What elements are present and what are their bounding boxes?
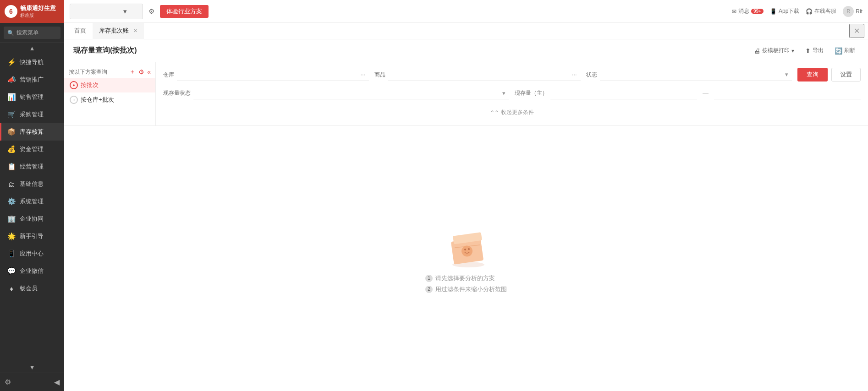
- filter-panel: 按以下方案查询 ＋ ⚙ « ● 按批次 ○ 按仓库+批次: [64, 62, 868, 126]
- sidebar-item-inventory[interactable]: 📦 库存核算: [0, 123, 64, 141]
- inventory-status-label: 现存量状态: [163, 89, 191, 97]
- user-avatar-button[interactable]: R Rit: [843, 6, 863, 17]
- app-download-button[interactable]: 📱 App下载: [770, 7, 799, 15]
- query-button[interactable]: 查询: [797, 68, 828, 81]
- quantity-from-wrapper: [550, 87, 697, 99]
- apps-icon: 📱: [7, 250, 16, 258]
- scheme-active-icon: ●: [70, 81, 78, 89]
- operations-icon: 📋: [7, 163, 16, 171]
- product-more-button[interactable]: ···: [570, 71, 579, 78]
- quantity-from-input[interactable]: [552, 88, 695, 98]
- scheme-item-warehouse-batch[interactable]: ○ 按仓库+批次: [64, 92, 155, 107]
- settings-icon-button[interactable]: ⚙: [147, 5, 156, 17]
- sidebar-item-newbie[interactable]: 🌟 新手引导: [0, 228, 64, 245]
- tab-home[interactable]: 首页: [68, 23, 93, 39]
- quantity-field: 现存量（主） —: [515, 87, 861, 99]
- scroll-down-button[interactable]: ▼: [0, 362, 64, 373]
- sidebar-item-enterprise[interactable]: 🏢 企业协同: [0, 210, 64, 228]
- product-input[interactable]: [390, 70, 570, 80]
- sales-icon: 📊: [7, 93, 16, 101]
- tab-inventory-batch[interactable]: 库存批次账 ✕: [93, 23, 144, 39]
- settings-button[interactable]: ⚙: [5, 378, 11, 386]
- inventory-status-field: 现存量状态 ▾: [163, 87, 509, 99]
- sidebar-item-wechat[interactable]: 💬 企业微信: [0, 262, 64, 280]
- online-service-label: 在线客服: [814, 7, 836, 15]
- sidebar-item-label: 畅会员: [20, 284, 38, 293]
- phone-icon: 📱: [770, 8, 777, 15]
- sidebar-item-marketing[interactable]: 📣 营销推广: [0, 71, 64, 88]
- status-dropdown-button[interactable]: ▾: [783, 71, 790, 78]
- collapse-more-label: 收起更多条件: [501, 109, 534, 116]
- filter-area: 仓库 ··· 商品 ···: [156, 62, 868, 125]
- scheme-item-batch[interactable]: ● 按批次: [64, 78, 155, 92]
- empty-icon: [443, 221, 489, 267]
- warehouse-input-wrapper: ···: [177, 69, 369, 81]
- warehouse-input[interactable]: [179, 70, 358, 80]
- filter-settings-button[interactable]: 设置: [831, 68, 861, 81]
- sidebar-item-label: 企业微信: [20, 267, 44, 275]
- sidebar-item-label: 资金管理: [20, 145, 44, 153]
- sidebar-item-basic[interactable]: 🗂 基础信息: [0, 175, 64, 193]
- inventory-status-input[interactable]: [195, 88, 500, 98]
- sidebar-item-quick[interactable]: ⚡ 快捷导航: [0, 54, 64, 71]
- export-button[interactable]: ⬆ 导出: [802, 45, 827, 56]
- message-label: 消息: [738, 7, 749, 15]
- collapse-scheme-button[interactable]: «: [147, 68, 151, 76]
- warehouse-more-button[interactable]: ···: [358, 71, 367, 78]
- sidebar-item-sales[interactable]: 📊 销售管理: [0, 88, 64, 106]
- topbar: ▾ ⚙ 体验行业方案 ✉ 消息 99+ 📱 App下载 🎧 在线客服 R Rit: [64, 0, 868, 23]
- topbar-search-dropdown-button[interactable]: ▾: [121, 5, 129, 17]
- sidebar-item-label: 基础信息: [20, 180, 44, 188]
- message-badge: 99+: [751, 9, 764, 14]
- status-input[interactable]: [602, 70, 783, 80]
- topbar-search-input[interactable]: [74, 8, 120, 15]
- sidebar-item-operations[interactable]: 📋 经营管理: [0, 158, 64, 175]
- version-label: 标准版: [20, 12, 56, 18]
- export-icon: ⬆: [805, 47, 811, 54]
- online-service-button[interactable]: 🎧 在线客服: [806, 7, 836, 15]
- close-tab-icon[interactable]: ✕: [133, 28, 137, 33]
- scroll-up-button[interactable]: ▲: [0, 43, 64, 54]
- quantity-to-input[interactable]: [716, 88, 859, 98]
- scheme-warehouse-batch-label: 按仓库+批次: [81, 96, 114, 104]
- close-panel-button[interactable]: ✕: [849, 24, 864, 38]
- print-button[interactable]: 🖨 按模板打印 ▾: [750, 45, 798, 56]
- company-name: 畅康通好生意: [20, 5, 56, 12]
- basic-icon: 🗂: [7, 180, 16, 188]
- quantity-to-wrapper: [714, 87, 861, 99]
- refresh-button[interactable]: 🔄 刷新: [831, 45, 859, 56]
- sidebar-item-apps[interactable]: 📱 应用中心: [0, 245, 64, 262]
- chevron-up-icon: ⌃⌃: [490, 109, 499, 116]
- sidebar-item-vip[interactable]: ♦ 畅会员: [0, 280, 64, 297]
- collapse-sidebar-button[interactable]: ◀: [54, 378, 60, 386]
- sidebar-item-finance[interactable]: 💰 资金管理: [0, 141, 64, 158]
- inventory-status-dropdown-button[interactable]: ▾: [500, 90, 507, 97]
- experience-button[interactable]: 体验行业方案: [160, 5, 209, 18]
- sidebar-item-label: 经营管理: [20, 163, 44, 171]
- vip-icon: ♦: [7, 285, 16, 293]
- status-label: 状态: [586, 71, 597, 79]
- svg-point-6: [468, 248, 470, 250]
- print-dropdown-icon: ▾: [791, 48, 794, 54]
- sidebar-item-label: 快捷导航: [20, 58, 44, 66]
- warehouse-label: 仓库: [163, 71, 174, 79]
- username-label: Rit: [856, 8, 863, 15]
- company-info: 畅康通好生意 标准版: [20, 5, 56, 18]
- sidebar-item-system[interactable]: ⚙️ 系统管理: [0, 193, 64, 210]
- product-label: 商品: [374, 71, 385, 79]
- sidebar-item-purchase[interactable]: 🛒 采购管理: [0, 106, 64, 123]
- wechat-icon: 💬: [7, 267, 16, 275]
- add-scheme-button[interactable]: ＋: [129, 68, 136, 76]
- sidebar-item-label: 新手引导: [20, 232, 44, 240]
- sidebar-item-label: 库存核算: [20, 128, 44, 136]
- tab-home-label: 首页: [74, 27, 86, 34]
- search-menu-button[interactable]: 🔍 搜索菜单: [4, 27, 60, 39]
- headset-icon: 🎧: [806, 8, 813, 15]
- sidebar-item-label: 企业协同: [20, 215, 44, 223]
- hint-text-2: 用过滤条件来缩小分析范围: [435, 285, 507, 293]
- filter-row-2: 现存量状态 ▾ 现存量（主） —: [163, 87, 861, 99]
- collapse-more-button[interactable]: ⌃⌃ 收起更多条件: [163, 105, 861, 120]
- page-header-actions: 🖨 按模板打印 ▾ ⬆ 导出 🔄 刷新: [750, 45, 859, 56]
- manage-scheme-button[interactable]: ⚙: [138, 68, 144, 76]
- message-button[interactable]: ✉ 消息 99+: [732, 7, 764, 15]
